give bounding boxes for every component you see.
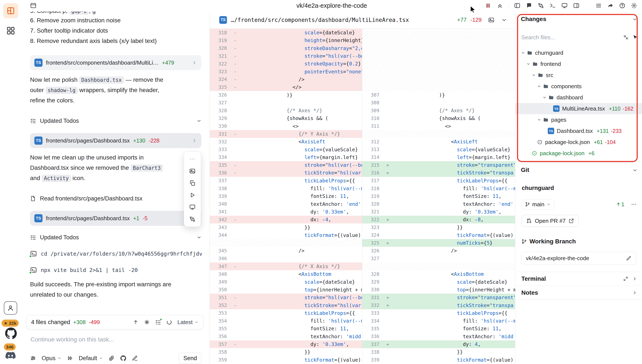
chevron-down-icon[interactable] [632,16,638,22]
diff-new-column: 307 )}308309 {/* Axes */}310 {showAxis &… [362,29,515,364]
open-pr-button[interactable]: Open PR #7 [522,215,579,227]
pen-icon[interactable] [132,355,138,361]
terminal-section-header[interactable]: Terminal [515,272,642,286]
github-link[interactable] [5,327,17,340]
inline-code-chip: Activity [42,175,71,182]
tree-file-package-lock.json[interactable]: package-lock.json+61-104 [515,136,642,148]
code-text: scale={dateScale} [396,279,515,285]
chat-input[interactable] [30,336,198,343]
additions-count: +131 [597,128,609,134]
tree-file-package-lock.json[interactable]: package-lock.json+6 [515,148,642,159]
collapse-icon[interactable] [497,2,503,9]
panel-right-icon[interactable] [573,2,579,9]
terminal-command-row[interactable]: cd /private/var/folders/10/h7w0q46556ggr… [30,248,202,259]
account-button[interactable] [4,301,17,315]
tree-folder-dashboard[interactable]: dashboard [515,92,642,103]
tree-folder-frontend[interactable]: frontend [515,58,642,70]
terminal-icon[interactable] [549,2,556,9]
chevron-down-icon[interactable] [526,62,530,66]
todo-check-button[interactable] [155,319,161,325]
cursor-picker-icon[interactable] [632,34,638,40]
code-text: </> [243,84,362,90]
chat-bubble-icon[interactable] [526,2,532,9]
arrow-up-button[interactable] [133,319,139,325]
apps-button[interactable] [5,25,16,36]
model-selector[interactable]: Opus [42,355,62,362]
chevron-down-icon[interactable] [501,17,507,23]
preview-icon[interactable] [488,17,494,23]
read-file-row[interactable]: Read frontend/src/pages/Dashboard.tsx [30,194,202,204]
version-selector[interactable]: Latest [177,319,199,326]
workspace-button[interactable] [3,3,18,18]
chevron-down-icon[interactable] [532,73,536,77]
file-change-card[interactable]: TS frontend/src/pages/Dashboard.tsx +130… [30,133,201,148]
help-icon[interactable] [619,2,625,9]
line-number: 318 [362,186,386,191]
tree-file-Dashboard.tsx[interactable]: TSDashboard.tsx+131-233 [515,125,642,136]
line-number: 310 [362,116,386,121]
chevron-right-icon[interactable] [192,138,197,143]
diff-body[interactable]: 318- scale={dateScale}319- height={inner… [210,29,515,364]
github-icon[interactable] [120,355,126,361]
more-icon[interactable] [189,154,196,164]
screenshot-icon[interactable] [189,166,196,176]
pause-icon[interactable] [485,2,491,9]
tree-folder-components[interactable]: components [515,81,642,92]
chevron-down-icon[interactable] [537,84,541,88]
play-icon[interactable] [189,190,196,200]
chevron-right-icon[interactable] [632,290,637,295]
updated-todos-row[interactable]: Updated Todos [30,232,202,242]
paperclip-icon[interactable] [109,355,115,361]
fast-forward-icon[interactable] [67,355,73,361]
share-icon[interactable] [607,2,614,9]
code-text: }} [396,225,515,230]
tree-file-MultiLineArea.tsx[interactable]: TSMultiLineArea.tsx+110-162 [515,103,642,114]
chevron-down-icon[interactable] [521,51,525,55]
collapse-tree-icon[interactable] [623,34,629,40]
tree-folder-churnguard[interactable]: churnguard [515,47,642,58]
discord-link[interactable] [5,350,17,363]
tree-folder-src[interactable]: src [515,70,642,81]
line-number: 320 [210,46,234,51]
tree-item-label: MultiLineArea.tsx [562,106,605,112]
file-search-input[interactable] [521,34,620,41]
pencil-icon[interactable] [626,256,631,261]
chevron-down-icon[interactable] [632,168,638,173]
sparkle-button[interactable] [144,319,150,325]
menu-icon[interactable] [595,2,602,9]
working-branch-field[interactable]: vk/4e2a-explore-the-code [521,252,636,265]
code-text: top={innerHeight + m [396,287,515,292]
chevron-right-icon[interactable] [632,276,637,281]
chevron-right-icon[interactable] [192,60,197,66]
more-options-icon[interactable] [631,201,637,207]
chevron-down-icon[interactable] [196,118,202,124]
mode-selector[interactable]: Default [79,355,103,362]
spinner-button[interactable] [166,319,172,325]
notes-section-header[interactable]: Notes [515,286,642,300]
code-text: stroke="hsl(var(--bo [243,53,362,59]
sliders-icon[interactable] [30,355,36,361]
monitor-icon[interactable] [561,2,568,9]
chevron-down-icon[interactable] [537,118,541,122]
git-compare-icon[interactable] [189,214,196,224]
chevron-down-icon[interactable] [542,95,547,100]
line-number: 311 [362,124,386,129]
tree-folder-pages[interactable]: pages [515,114,642,125]
gear-icon[interactable] [631,2,637,9]
notes-title: Notes [521,289,538,296]
copy-icon[interactable] [189,178,196,188]
terminal-command-row[interactable]: npx vite build 2>&1 | tail -20 [30,265,202,275]
file-change-card[interactable]: TS frontend/src/components/dashboard/Mul… [30,55,201,70]
branch-selector[interactable]: main [522,199,554,210]
panel-left-icon[interactable] [514,2,520,9]
monitor-icon[interactable] [189,202,196,212]
git-compare-icon[interactable] [538,2,544,9]
updated-todos-row[interactable]: Updated Todos [30,116,202,126]
send-button[interactable]: Send [179,352,201,364]
diff-code-row: 327 [210,99,362,107]
chevron-down-icon[interactable] [196,234,202,240]
file-change-card[interactable]: TS frontend/src/pages/Dashboard.tsx +1 -… [30,211,201,226]
expand-icon[interactable] [623,276,628,281]
folder-icon [532,61,538,67]
changes-summary-bar[interactable]: 4 files changed +308 -499 Latest [26,315,204,329]
